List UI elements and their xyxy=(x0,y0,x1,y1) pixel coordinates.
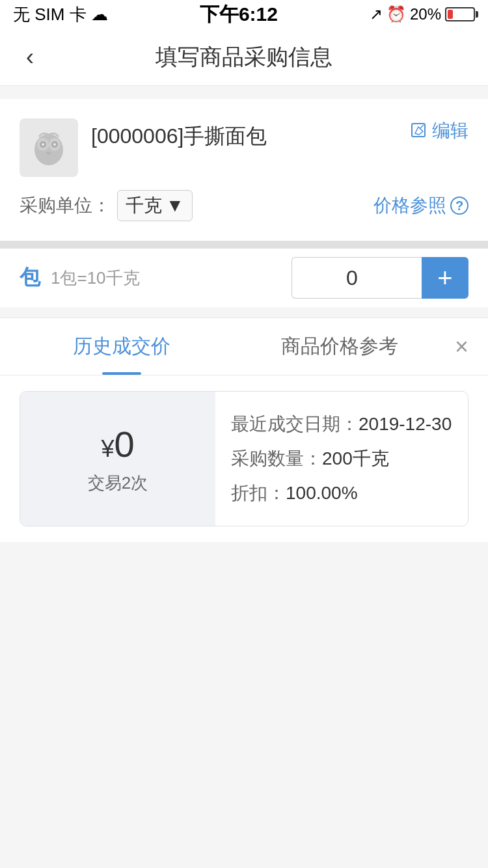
close-button[interactable]: × xyxy=(448,327,475,367)
main-content xyxy=(0,542,488,868)
battery-percentage: 20% xyxy=(410,5,441,23)
recent-date-value: 2019-12-30 xyxy=(359,414,452,434)
status-bar: 无 SIM 卡 ☁ 下午6:12 ↗ ⏰ 20% xyxy=(0,0,488,29)
back-button[interactable]: ‹ xyxy=(20,37,40,77)
purchase-unit-label: 采购单位： xyxy=(20,193,111,218)
tab-bar: 历史成交价 商品价格参考 × xyxy=(0,318,488,375)
unit-conversion: 1包=10千克 xyxy=(51,267,140,290)
tab-history-price[interactable]: 历史成交价 xyxy=(13,318,230,375)
tab-price-reference[interactable]: 商品价格参考 xyxy=(230,318,448,375)
svg-point-6 xyxy=(53,143,56,146)
bottom-panel: 历史成交价 商品价格参考 × ¥0 交易2次 最近成交日期：2019-12-30… xyxy=(0,318,488,542)
quantity-plus-button[interactable]: + xyxy=(422,257,468,299)
svg-point-5 xyxy=(42,143,44,146)
page-title: 填写商品采购信息 xyxy=(156,42,332,72)
quantity-input[interactable] xyxy=(291,257,422,299)
section-divider xyxy=(0,241,488,249)
purchase-unit-row: 采购单位： 千克 ▼ 价格参照 ? xyxy=(20,190,468,221)
price-ref-label: 价格参照 xyxy=(373,193,446,218)
quantity-input-group: + xyxy=(291,257,468,299)
trade-count: 交易2次 xyxy=(88,472,148,495)
unit-value: 千克 xyxy=(126,193,162,218)
price-card: ¥0 交易2次 最近成交日期：2019-12-30 采购数量：200千克 折扣：… xyxy=(20,391,468,526)
discount-row: 折扣：100.00% xyxy=(231,480,452,506)
product-header: [0000006]手撕面包 编辑 xyxy=(20,118,468,177)
nav-bar: ‹ 填写商品采购信息 xyxy=(0,29,488,86)
price-card-left: ¥0 交易2次 xyxy=(20,392,215,526)
unit-badge: 包 xyxy=(20,264,40,292)
sim-status: 无 SIM 卡 ☁ xyxy=(13,3,108,26)
discount-value: 100.00% xyxy=(286,483,358,503)
dropdown-icon: ▼ xyxy=(166,195,184,216)
product-name: [0000006]手撕面包 xyxy=(91,118,267,151)
price-reference-button[interactable]: 价格参照 ? xyxy=(373,193,468,218)
product-thumbnail xyxy=(20,118,78,177)
purchase-unit-left: 采购单位： 千克 ▼ xyxy=(20,190,193,221)
purchase-qty-label: 采购数量： xyxy=(231,448,322,468)
battery-icon xyxy=(445,7,475,21)
unit-selector[interactable]: 千克 ▼ xyxy=(117,190,193,221)
product-info: [0000006]手撕面包 xyxy=(20,118,267,177)
product-image xyxy=(26,125,72,170)
status-time: 下午6:12 xyxy=(200,1,278,28)
recent-date-label: 最近成交日期： xyxy=(231,414,359,434)
edit-label: 编辑 xyxy=(432,118,468,143)
svg-line-8 xyxy=(420,125,424,128)
alarm-icon: ⏰ xyxy=(386,5,406,23)
currency-symbol: ¥ xyxy=(101,435,114,462)
recent-date-row: 最近成交日期：2019-12-30 xyxy=(231,411,452,437)
product-card: [0000006]手撕面包 编辑 采购单位： 千克 ▼ 价格参照 ? xyxy=(0,99,488,241)
purchase-qty-row: 采购数量：200千克 xyxy=(231,446,452,471)
quantity-row: 包 1包=10千克 + xyxy=(0,249,488,307)
edit-button[interactable]: 编辑 xyxy=(410,118,468,143)
amount-value: 0 xyxy=(114,424,134,465)
purchase-qty-value: 200千克 xyxy=(322,448,389,468)
location-icon: ↗ xyxy=(370,5,383,23)
svg-point-0 xyxy=(34,134,63,165)
status-left: 无 SIM 卡 ☁ xyxy=(13,3,108,26)
battery-fill xyxy=(448,10,453,19)
price-card-right: 最近成交日期：2019-12-30 采购数量：200千克 折扣：100.00% xyxy=(215,392,468,526)
question-icon: ? xyxy=(450,197,468,215)
discount-label: 折扣： xyxy=(231,483,286,503)
edit-icon xyxy=(410,122,428,140)
quantity-left: 包 1包=10千克 xyxy=(20,264,140,292)
price-amount: ¥0 xyxy=(101,423,134,465)
status-right: ↗ ⏰ 20% xyxy=(370,5,475,23)
price-card-container: ¥0 交易2次 最近成交日期：2019-12-30 采购数量：200千克 折扣：… xyxy=(0,375,488,542)
